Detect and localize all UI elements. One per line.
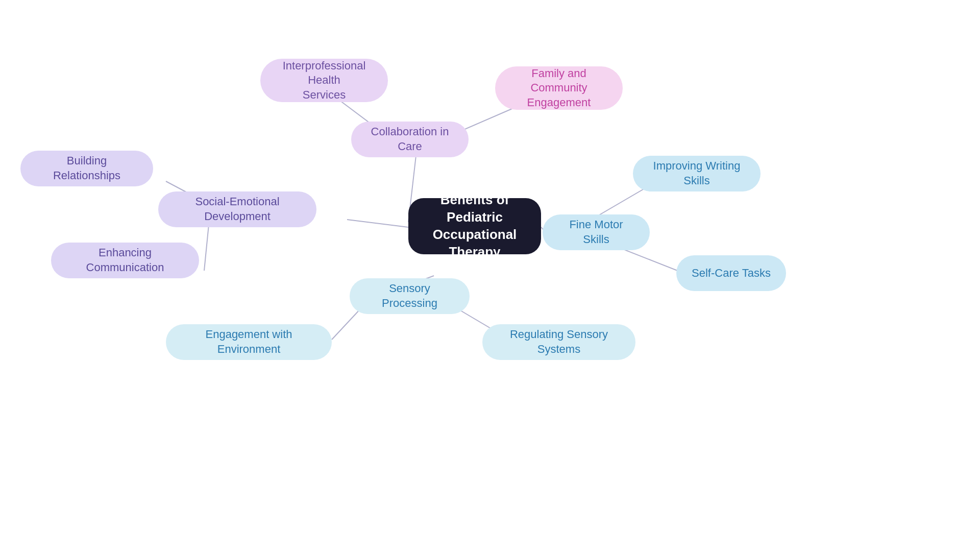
engagement-node[interactable]: Engagement with Environment (166, 324, 332, 360)
sensory-node[interactable]: Sensory Processing (350, 278, 470, 314)
improving-label: Improving Writing Skills (647, 159, 746, 188)
interprofessional-label: Interprofessional Health Services (275, 59, 374, 103)
collaboration-label: Collaboration in Care (365, 125, 454, 154)
building-node[interactable]: Building Relationships (20, 151, 153, 186)
improving-node[interactable]: Improving Writing Skills (633, 156, 761, 191)
enhancing-node[interactable]: Enhancing Communication (51, 243, 199, 278)
family-label: Family and Community Engagement (509, 66, 608, 110)
interprofessional-node[interactable]: Interprofessional Health Services (260, 59, 388, 102)
enhancing-label: Enhancing Communication (65, 246, 185, 275)
building-label: Building Relationships (35, 154, 139, 183)
svg-line-3 (347, 220, 408, 227)
regulating-label: Regulating Sensory Systems (497, 327, 621, 356)
center-node[interactable]: Benefits of Pediatric Occupational Thera… (408, 198, 541, 254)
family-node[interactable]: Family and Community Engagement (495, 66, 623, 110)
sensory-label: Sensory Processing (364, 281, 455, 310)
engagement-label: Engagement with Environment (180, 327, 317, 356)
fine-motor-label: Fine Motor Skills (557, 218, 635, 247)
self-care-node[interactable]: Self-Care Tasks (676, 255, 786, 291)
self-care-label: Self-Care Tasks (692, 266, 771, 281)
social-label: Social-Emotional Development (173, 195, 302, 224)
regulating-node[interactable]: Regulating Sensory Systems (482, 324, 635, 360)
center-label: Benefits of Pediatric Occupational Thera… (423, 191, 527, 260)
fine-motor-node[interactable]: Fine Motor Skills (543, 214, 650, 250)
svg-line-5 (204, 220, 209, 271)
social-node[interactable]: Social-Emotional Development (158, 191, 316, 227)
collaboration-node[interactable]: Collaboration in Care (351, 122, 469, 157)
